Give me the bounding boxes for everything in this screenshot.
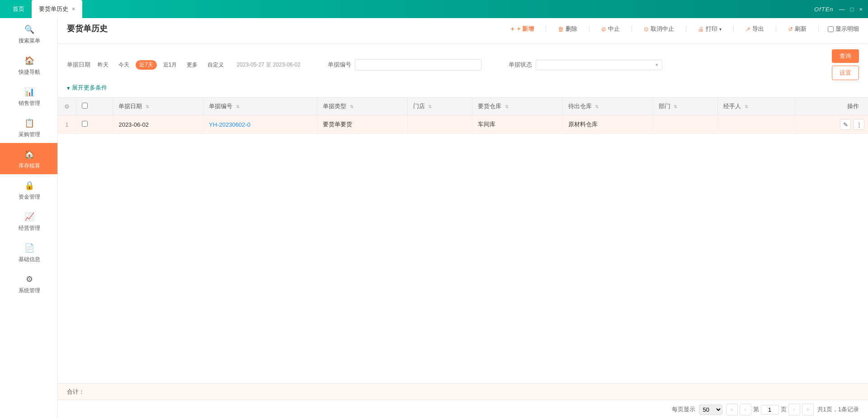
page-nav: « ‹ 第 页 › » xyxy=(726,404,814,415)
often-label: OfTEn xyxy=(814,6,834,13)
th-doc-no[interactable]: 单据编号 ⇅ xyxy=(203,98,317,115)
expand-more-btn[interactable]: ▾ 展开更多条件 xyxy=(67,84,859,92)
delete-icon: 🗑 xyxy=(558,26,564,33)
divider1 xyxy=(546,25,546,33)
sidebar-item-search-menu[interactable]: 🔍 搜索菜单 xyxy=(0,18,57,49)
close-tab-icon[interactable]: × xyxy=(72,6,75,12)
sidebar-system-label: 系统管理 xyxy=(19,287,40,295)
tab-home[interactable]: 首页 xyxy=(5,0,32,18)
cancel-stop-button[interactable]: ⊙ 取消中止 xyxy=(639,23,679,35)
print-button[interactable]: 🖨 打印 ▾ xyxy=(693,23,726,35)
sidebar-item-sales[interactable]: 📊 销售管理 xyxy=(0,81,57,112)
th-settings[interactable]: ⚙ xyxy=(58,98,76,115)
tab-active[interactable]: 要货单历史 × xyxy=(32,0,82,18)
th-req-warehouse[interactable]: 要货仓库 ⇅ xyxy=(472,98,563,115)
date-opt-more[interactable]: 更多 xyxy=(183,60,201,70)
table-row: 1 2023-06-02 YH-20230602-0 要货单要货 车间库 原材料… xyxy=(58,115,868,134)
stop-button[interactable]: ⊘ 中止 xyxy=(597,23,624,35)
expand-label: 展开更多条件 xyxy=(72,84,107,92)
doc-no-filter-group: 单据编号 xyxy=(328,59,481,71)
date-opt-7days[interactable]: 近7天 xyxy=(136,60,157,70)
page-size-select[interactable]: 20 50 100 xyxy=(699,405,722,415)
sidebar-item-system[interactable]: ⚙ 系统管理 xyxy=(0,268,57,299)
sidebar: 🔍 搜索菜单 🏠 快捷导航 📊 销售管理 📋 采购管理 🏠 库存核算 🔒 资金管… xyxy=(0,18,58,419)
row-op-btns: ✎ ⋮ xyxy=(801,119,864,130)
first-page-btn[interactable]: « xyxy=(726,404,738,415)
sort-handler-icon: ⇅ xyxy=(745,104,748,109)
th-pending-warehouse[interactable]: 待出仓库 ⇅ xyxy=(562,98,653,115)
cell-doc-date: 2023-06-02 xyxy=(113,115,203,134)
refresh-button[interactable]: ↺ 刷新 xyxy=(783,23,811,35)
sort-department-icon: ⇅ xyxy=(674,104,677,109)
print-icon: 🖨 xyxy=(698,26,704,33)
table-wrap: ⚙ 单据日期 ⇅ 单据编号 ⇅ 单据类型 xyxy=(58,98,868,383)
th-doc-type[interactable]: 单据类型 ⇅ xyxy=(317,98,407,115)
cell-index: 1 xyxy=(58,115,76,134)
purchase-icon: 📋 xyxy=(24,118,34,128)
th-store[interactable]: 门店 ⇅ xyxy=(407,98,472,115)
th-doc-date[interactable]: 单据日期 ⇅ xyxy=(113,98,203,115)
sidebar-item-finance[interactable]: 🔒 资金管理 xyxy=(0,174,57,205)
row-checkbox[interactable] xyxy=(82,121,88,127)
date-opt-yesterday[interactable]: 昨天 xyxy=(94,60,112,70)
sidebar-item-purchase[interactable]: 📋 采购管理 xyxy=(0,112,57,143)
doc-no-link[interactable]: YH-20230602-0 xyxy=(209,121,250,128)
maximize-btn[interactable]: □ xyxy=(850,6,854,13)
date-opt-today[interactable]: 今天 xyxy=(115,60,133,70)
date-opt-1month[interactable]: 近1月 xyxy=(160,60,181,70)
print-label: 打印 xyxy=(706,25,717,33)
page-size-label: 每页显示 xyxy=(672,405,695,414)
edit-op-btn[interactable]: ✎ xyxy=(840,119,851,130)
sidebar-item-quick-nav[interactable]: 🏠 快捷导航 xyxy=(0,49,57,81)
delete-button[interactable]: 🗑 删除 xyxy=(553,23,582,35)
show-detail-label: 显示明细 xyxy=(835,25,859,33)
topbar: 首页 要货单历史 × OfTEn — □ × xyxy=(0,0,868,18)
divider4 xyxy=(686,25,686,33)
doc-status-select[interactable]: ▾ xyxy=(536,60,662,70)
finance-icon: 🔒 xyxy=(24,181,34,190)
chevron-down-icon: ▾ xyxy=(656,62,658,68)
sidebar-finance-label: 资金管理 xyxy=(19,193,40,201)
th-req-warehouse-label: 要货仓库 xyxy=(478,103,501,110)
total-info: 共1页，1条记录 xyxy=(817,405,859,414)
window-close-btn[interactable]: × xyxy=(859,6,863,13)
th-handler[interactable]: 经手人 ⇅ xyxy=(718,98,796,115)
settings-button[interactable]: 设置 xyxy=(832,66,859,80)
th-doc-no-label: 单据编号 xyxy=(209,103,232,110)
cell-operation: ✎ ⋮ xyxy=(795,115,868,134)
query-button[interactable]: 查询 xyxy=(832,49,859,63)
cell-handler xyxy=(718,115,796,134)
next-page-btn[interactable]: › xyxy=(788,404,800,415)
stop-label: 中止 xyxy=(608,25,620,33)
table-header: ⚙ 单据日期 ⇅ 单据编号 ⇅ 单据类型 xyxy=(58,98,868,115)
show-detail-checkbox[interactable] xyxy=(828,26,834,32)
sort-store-icon: ⇅ xyxy=(428,104,432,109)
doc-no-input[interactable] xyxy=(355,59,481,71)
sidebar-item-inventory[interactable]: 🏠 库存核算 xyxy=(0,143,57,174)
more-op-btn[interactable]: ⋮ xyxy=(854,119,864,130)
cell-doc-type: 要货单要货 xyxy=(317,115,407,134)
doc-no-label: 单据编号 xyxy=(328,61,351,69)
print-dropdown-icon: ▾ xyxy=(719,27,722,32)
date-opt-custom[interactable]: 自定义 xyxy=(204,60,227,70)
minimize-btn[interactable]: — xyxy=(839,6,845,13)
date-filter-group: 单据日期 昨天 今天 近7天 近1月 更多 自定义 xyxy=(67,60,227,70)
sidebar-item-basic-info[interactable]: 📄 基础信息 xyxy=(0,237,57,268)
cell-department xyxy=(653,115,718,134)
main-layout: 🔍 搜索菜单 🏠 快捷导航 📊 销售管理 📋 采购管理 🏠 库存核算 🔒 资金管… xyxy=(0,18,868,419)
quick-nav-icon: 🏠 xyxy=(24,56,34,66)
sidebar-item-operation[interactable]: 📈 经营管理 xyxy=(0,205,57,237)
page-title: 要货单历史 xyxy=(67,23,108,34)
tab-home-label: 首页 xyxy=(13,5,24,13)
th-department[interactable]: 部门 ⇅ xyxy=(653,98,718,115)
delete-label: 删除 xyxy=(566,25,577,33)
sidebar-inventory-label: 库存核算 xyxy=(19,162,40,170)
select-all-checkbox[interactable] xyxy=(82,103,88,109)
table-body: 1 2023-06-02 YH-20230602-0 要货单要货 车间库 原材料… xyxy=(58,115,868,134)
last-page-btn[interactable]: » xyxy=(802,404,814,415)
add-button[interactable]: ＋ + 新增 xyxy=(505,23,538,35)
sales-icon: 📊 xyxy=(24,87,34,97)
export-button[interactable]: ↗ 导出 xyxy=(741,23,769,35)
prev-page-btn[interactable]: ‹ xyxy=(740,404,751,415)
page-input[interactable] xyxy=(761,405,779,414)
